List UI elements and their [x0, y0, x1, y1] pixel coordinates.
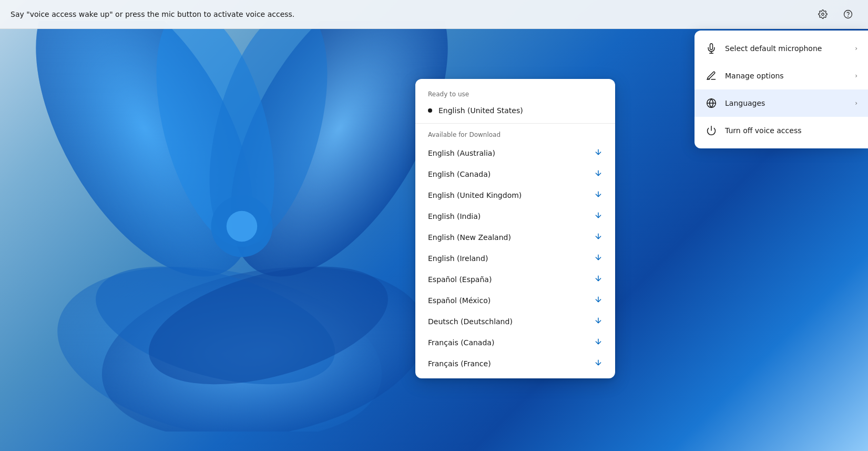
download-icon — [594, 337, 603, 348]
menu-item-manage-options[interactable]: Manage options › — [695, 62, 868, 89]
settings-button[interactable] — [813, 5, 832, 24]
ready-section-label: Ready to use — [415, 87, 615, 102]
download-icon — [594, 169, 603, 179]
download-language-name: English (Ireland) — [428, 254, 488, 263]
download-language-name: English (Canada) — [428, 170, 491, 178]
language-panel: Ready to use English (United States) Ava… — [415, 79, 615, 378]
download-language-item[interactable]: English (India) — [415, 206, 615, 227]
download-language-item[interactable]: Español (México) — [415, 290, 615, 311]
download-language-name: Deutsch (Deutschland) — [428, 317, 513, 326]
download-language-item[interactable]: English (Ireland) — [415, 248, 615, 269]
help-button[interactable] — [839, 5, 857, 24]
manage-icon — [705, 69, 718, 82]
download-language-item[interactable]: English (United Kingdom) — [415, 185, 615, 206]
download-icon — [594, 295, 603, 306]
download-language-item[interactable]: Français (Canada) — [415, 332, 615, 353]
power-icon — [705, 124, 718, 137]
chevron-right-icon: › — [855, 45, 857, 52]
download-language-name: Français (France) — [428, 359, 491, 368]
svg-point-13 — [844, 11, 852, 18]
download-language-name: English (Australia) — [428, 149, 495, 157]
chevron-right-icon: › — [855, 99, 857, 107]
download-icon — [594, 253, 603, 264]
topbar-icons — [813, 5, 857, 24]
download-icon — [594, 211, 603, 222]
download-language-item[interactable]: English (New Zealand) — [415, 227, 615, 248]
download-language-name: Español (España) — [428, 275, 492, 284]
menu-item-label: Select default microphone — [725, 44, 847, 53]
download-language-name: English (New Zealand) — [428, 233, 511, 242]
svg-point-11 — [227, 211, 258, 242]
microphone-icon — [705, 42, 718, 55]
ready-language-name: English (United States) — [438, 106, 523, 115]
svg-point-12 — [822, 13, 824, 16]
download-language-name: English (India) — [428, 212, 481, 221]
languages-icon — [705, 97, 718, 109]
context-menu: Select default microphone › Manage optio… — [695, 31, 868, 148]
download-language-name: English (United Kingdom) — [428, 191, 522, 199]
download-icon — [594, 358, 603, 369]
topbar: Say "voice access wake up" or press the … — [0, 0, 868, 29]
download-language-item[interactable]: English (Canada) — [415, 164, 615, 185]
download-icon — [594, 232, 603, 243]
download-icon — [594, 274, 603, 285]
chevron-right-icon: › — [855, 72, 857, 79]
menu-items-list: Select default microphone › Manage optio… — [695, 35, 868, 144]
menu-item-label: Languages — [725, 99, 847, 107]
download-icon — [594, 316, 603, 327]
divider — [415, 123, 615, 124]
download-items-list: English (Australia) English (Canada) Eng… — [415, 143, 615, 374]
menu-item-label: Manage options — [725, 72, 847, 80]
download-language-item[interactable]: English (Australia) — [415, 143, 615, 164]
download-language-name: Español (México) — [428, 296, 491, 305]
download-icon — [594, 190, 603, 201]
status-text: Say "voice access wake up" or press the … — [11, 10, 294, 18]
menu-item-turn-off[interactable]: Turn off voice access — [695, 117, 868, 144]
bullet-icon — [428, 108, 432, 113]
menu-item-label: Turn off voice access — [725, 126, 857, 135]
download-language-name: Français (Canada) — [428, 338, 494, 347]
download-section-label: Available for Download — [415, 128, 615, 143]
ready-language-item[interactable]: English (United States) — [415, 102, 615, 119]
download-language-item[interactable]: Español (España) — [415, 269, 615, 290]
download-language-item[interactable]: Deutsch (Deutschland) — [415, 311, 615, 332]
download-icon — [594, 148, 603, 158]
menu-item-languages[interactable]: Languages › — [695, 89, 868, 117]
download-language-item[interactable]: Français (France) — [415, 353, 615, 374]
menu-item-select-microphone[interactable]: Select default microphone › — [695, 35, 868, 62]
